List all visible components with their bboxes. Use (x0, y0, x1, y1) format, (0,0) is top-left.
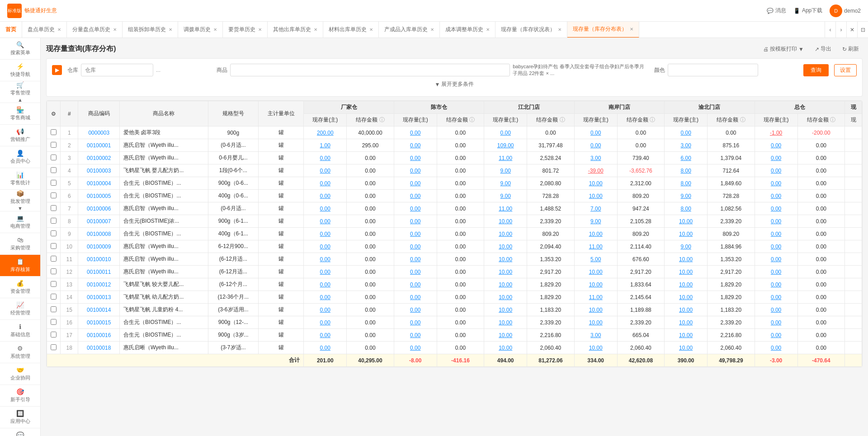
close-icon[interactable]: ✕ (558, 27, 561, 32)
sidebar-item-retail-stats[interactable]: 📊 零售统计 (0, 168, 40, 190)
sidebar-item-operations[interactable]: 📈 经营管理 (0, 298, 40, 320)
row-checkbox[interactable] (47, 316, 61, 329)
row-yubei-curr[interactable]: 3.00 (665, 139, 708, 152)
sidebar-item-inventory[interactable]: 📋 库存核算 (0, 255, 40, 277)
row-jiangbei-curr[interactable]: 10.00 (484, 215, 527, 228)
row-total-curr[interactable]: 0.00 (755, 190, 797, 202)
row-jiangbei-curr[interactable]: 10.00 (484, 316, 527, 329)
row-jiangbei-curr[interactable]: 10.00 (484, 278, 527, 291)
row-jiangbei-curr[interactable]: 109.00 (484, 139, 527, 152)
row-checkbox[interactable] (47, 304, 61, 316)
row-factory-curr[interactable]: 0.00 (304, 228, 347, 240)
app-download-button[interactable]: 📱 App下载 (793, 7, 822, 14)
sidebar-item-ecommerce[interactable]: 💻 电商管理 (0, 211, 40, 233)
row-checkbox[interactable] (47, 266, 61, 278)
close-icon[interactable]: ✕ (486, 27, 490, 32)
sidebar-item-retail-mgmt[interactable]: 🛒 零售管理 ▲ (0, 81, 40, 103)
row-chenshi-curr[interactable]: 0.00 (394, 329, 437, 342)
row-factory-curr[interactable]: 0.00 (304, 152, 347, 164)
row-select[interactable] (51, 306, 57, 312)
warehouse-input[interactable] (81, 64, 153, 76)
row-select[interactable] (51, 155, 57, 160)
row-nangan-curr[interactable]: 11.00 (574, 291, 617, 304)
row-yubei-curr[interactable]: 10.00 (665, 304, 708, 316)
sidebar-item-wecom[interactable]: 💬 企业微信 (0, 428, 40, 436)
row-jiangbei-curr[interactable]: 10.00 (484, 240, 527, 253)
row-checkbox[interactable] (47, 228, 61, 240)
row-nangan-curr[interactable]: 10.00 (574, 266, 617, 278)
row-total-curr[interactable]: -1.00 (755, 127, 797, 139)
row-select[interactable] (51, 205, 57, 211)
row-factory-curr[interactable]: 0.00 (304, 291, 347, 304)
row-checkbox[interactable] (47, 291, 61, 304)
row-factory-curr[interactable]: 0.00 (304, 316, 347, 329)
row-jiangbei-curr[interactable]: 10.00 (484, 291, 527, 304)
row-chenshi-curr[interactable]: 0.00 (394, 316, 437, 329)
row-nangan-curr[interactable]: 9.00 (574, 215, 617, 228)
close-icon[interactable]: ✕ (213, 27, 217, 32)
tab-inventory-check[interactable]: 盘点单历史 ✕ (22, 22, 67, 38)
row-jiangbei-curr[interactable]: 10.00 (484, 266, 527, 278)
close-icon[interactable]: ✕ (630, 27, 633, 32)
row-select[interactable] (51, 281, 57, 287)
tab-home[interactable]: 首页 (0, 22, 22, 38)
row-chenshi-curr[interactable]: 0.00 (394, 228, 437, 240)
row-total-curr[interactable]: 0.00 (755, 253, 797, 266)
refresh-button[interactable]: ↻ 刷新 (839, 43, 863, 55)
row-nangan-curr[interactable]: 7.00 (574, 202, 617, 215)
row-factory-curr[interactable]: 0.00 (304, 240, 347, 253)
row-checkbox[interactable] (47, 152, 61, 164)
row-chenshi-curr[interactable]: 0.00 (394, 152, 437, 164)
nav-expand-button[interactable]: ⊡ (857, 22, 868, 38)
row-nangan-curr[interactable]: 10.00 (574, 342, 617, 354)
row-select[interactable] (51, 344, 57, 350)
filter-toggle-button[interactable]: ▶ (52, 65, 62, 75)
tab-cost-adjust[interactable]: 成本调整单历史 ✕ (440, 22, 495, 38)
row-total-curr[interactable]: 0.00 (755, 266, 797, 278)
tab-transfer[interactable]: 调拨单历史 ✕ (178, 22, 223, 38)
export-button[interactable]: ↗ 导出 (811, 43, 835, 55)
row-yubei-curr[interactable]: 10.00 (665, 278, 708, 291)
sidebar-item-shortcut[interactable]: ⚡ 快捷导航 (0, 60, 40, 81)
row-checkbox[interactable] (47, 253, 61, 266)
user-profile[interactable]: D demo2 (830, 5, 861, 17)
row-total-curr[interactable]: 0.00 (755, 342, 797, 354)
row-nangan-curr[interactable]: 3.00 (574, 152, 617, 164)
row-total-curr[interactable]: 0.00 (755, 278, 797, 291)
row-select[interactable] (51, 218, 57, 224)
setting-button[interactable]: 设置 (834, 64, 857, 76)
row-checkbox[interactable] (47, 127, 61, 139)
row-factory-curr[interactable]: 0.00 (304, 164, 347, 177)
tab-stock-status[interactable]: 现存量（库存状况表） ✕ (495, 22, 567, 38)
row-factory-curr[interactable]: 0.00 (304, 304, 347, 316)
sidebar-item-guide[interactable]: 🎯 新手引导 (0, 385, 40, 407)
row-checkbox[interactable] (47, 278, 61, 291)
row-yubei-curr[interactable]: 6.00 (665, 152, 708, 164)
row-chenshi-curr[interactable]: 0.00 (394, 177, 437, 190)
row-yubei-curr[interactable]: 0.00 (665, 127, 708, 139)
row-select[interactable] (51, 142, 57, 148)
row-select[interactable] (51, 180, 57, 186)
print-button[interactable]: 🖨 按模板打印 ▼ (760, 43, 807, 55)
row-factory-curr[interactable]: 0.00 (304, 342, 347, 354)
goods-input[interactable] (230, 64, 510, 76)
sidebar-item-basic-info[interactable]: ℹ 基础信息 (0, 320, 40, 342)
row-yubei-curr[interactable]: 10.00 (665, 228, 708, 240)
tab-material-out[interactable]: 材料出库单历史 ✕ (323, 22, 379, 38)
row-chenshi-curr[interactable]: 0.00 (394, 139, 437, 152)
row-chenshi-curr[interactable]: 0.00 (394, 127, 437, 139)
row-factory-curr[interactable]: 0.00 (304, 329, 347, 342)
row-chenshi-curr[interactable]: 0.00 (394, 190, 437, 202)
close-icon[interactable]: ✕ (113, 27, 117, 32)
row-total-curr[interactable]: 0.00 (755, 228, 797, 240)
row-total-curr[interactable]: 0.00 (755, 202, 797, 215)
row-jiangbei-curr[interactable]: 10.00 (484, 253, 527, 266)
row-select[interactable] (51, 256, 57, 262)
row-nangan-curr[interactable]: 0.00 (574, 127, 617, 139)
tab-other-out[interactable]: 其他出库单历史 ✕ (268, 22, 323, 38)
sidebar-item-app-center[interactable]: 🔲 应用中心 (0, 407, 40, 428)
row-factory-curr[interactable]: 1.00 (304, 139, 347, 152)
sidebar-item-search[interactable]: 🔍 搜索英单 (0, 38, 40, 60)
row-yubei-curr[interactable]: 10.00 (665, 291, 708, 304)
tab-partial-check[interactable]: 分量盘点单历史 ✕ (67, 22, 123, 38)
